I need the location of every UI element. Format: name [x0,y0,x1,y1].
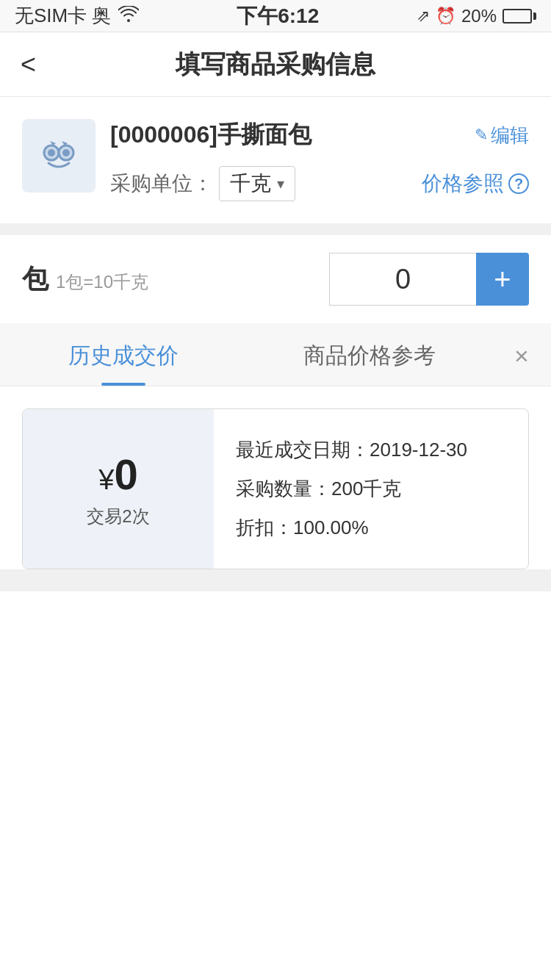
unit-value: 千克 [230,170,271,198]
price-card-left: ¥0 交易2次 [23,409,214,569]
close-button[interactable]: × [492,324,551,385]
quantity-hint: 1包=10千克 [56,270,148,294]
product-info: [0000006]手撕面包 ✎ 编辑 采购单位： 千克 ▾ 价格参照 ? [110,119,529,201]
unit-label: 采购单位： [110,170,213,198]
price-ref-info-icon: ? [508,173,529,194]
status-right: ⇗ ⏰ 20% [417,6,536,26]
edit-button[interactable]: ✎ 编辑 [475,123,529,148]
quantity-label-group: 包 1包=10千克 [22,262,148,298]
product-card: [0000006]手撕面包 ✎ 编辑 采购单位： 千克 ▾ 价格参照 ? [0,97,551,223]
page-title: 填写商品采购信息 [176,48,375,82]
wifi-icon [118,4,139,27]
price-card: ¥0 交易2次 最近成交日期：2019-12-30 采购数量：200千克 折扣：… [22,408,529,569]
quantity-unit: 包 [22,262,48,298]
price-reference-button[interactable]: 价格参照 ? [422,170,529,198]
currency-symbol: ¥ [98,464,114,495]
back-button[interactable]: < [21,49,36,80]
tab-history-price[interactable]: 历史成交价 [0,323,246,386]
section-divider [0,223,551,235]
quantity-plus-button[interactable]: + [476,253,529,306]
discount-value: 100.00% [293,516,369,538]
svg-point-3 [62,149,70,156]
tab-product-price-ref[interactable]: 商品价格参考 [246,323,492,386]
price-trades: 交易2次 [87,505,149,528]
product-name: [0000006]手撕面包 [110,119,311,151]
quantity-row: 包 1包=10千克 0 + [0,235,551,323]
alarm-icon: ⏰ [436,7,455,26]
unit-label-group: 采购单位： 千克 ▾ [110,166,295,201]
battery-percent: 20% [461,6,497,26]
price-display: ¥0 [98,450,137,499]
bottom-panel: 历史成交价 商品价格参考 × ¥0 交易2次 最近成交日期：2019-12-30… [0,323,551,569]
unit-select[interactable]: 千克 ▾ [219,166,295,201]
price-ref-label: 价格参照 [422,170,504,198]
product-unit-row: 采购单位： 千克 ▾ 价格参照 ? [110,166,529,201]
product-thumbnail [22,119,96,192]
purchase-qty-value: 200千克 [331,478,401,500]
price-card-right: 最近成交日期：2019-12-30 采购数量：200千克 折扣：100.00% [214,409,528,569]
discount-row: 折扣：100.00% [236,514,506,542]
recent-date-label: 最近成交日期： [236,439,370,461]
edit-icon: ✎ [475,126,488,145]
product-top-row: [0000006]手撕面包 ✎ 编辑 [110,119,529,151]
recent-date-row: 最近成交日期：2019-12-30 [236,436,506,464]
quantity-input[interactable]: 0 [329,253,476,306]
recent-date-value: 2019-12-30 [370,439,467,461]
quantity-value: 0 [395,264,411,295]
price-number: 0 [114,450,137,498]
status-left: 无SIM卡 奥 [15,3,139,29]
carrier-text: 无SIM卡 奥 [15,3,111,29]
tab-underline [101,383,145,386]
status-bar: 无SIM卡 奥 下午6:12 ⇗ ⏰ 20% [0,0,551,32]
purchase-qty-label: 采购数量： [236,478,331,500]
nav-bar: < 填写商品采购信息 [0,32,551,97]
unit-dropdown-arrow: ▾ [277,175,284,192]
svg-point-2 [48,149,55,156]
tabs-row: 历史成交价 商品价格参考 × [0,323,551,386]
battery-icon [503,9,536,24]
quantity-input-group: 0 + [329,253,529,306]
main-content-area [0,591,551,980]
location-icon: ⇗ [417,7,430,26]
status-time: 下午6:12 [237,2,319,30]
purchase-qty-row: 采购数量：200千克 [236,475,506,503]
discount-label: 折扣： [236,516,293,538]
